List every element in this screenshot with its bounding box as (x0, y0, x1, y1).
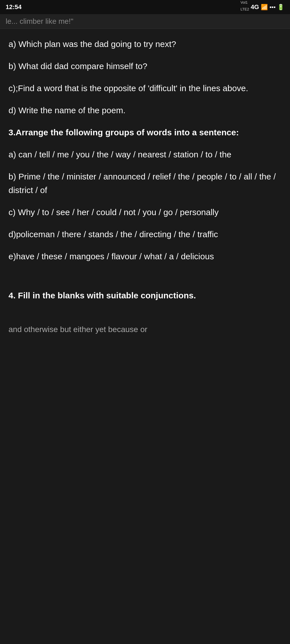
question-b: b) What did dad compare himself to? (8, 59, 282, 73)
section3-item-e: e)have / these / mangoes / flavour / wha… (8, 250, 282, 263)
question-a: a) Which plan was the dad going to try n… (8, 37, 282, 51)
network-type: 4G (251, 3, 259, 11)
section3-item-a: a) can / tell / me / you / the / way / n… (8, 148, 282, 161)
question-d: d) Write the name of the poem. (8, 104, 282, 117)
top-bar-text: le... climber like me!" (0, 14, 290, 29)
network-label: Vol1LTE2 (240, 0, 249, 14)
section3-item-d: d)policeman / there / stands / the / dir… (8, 228, 282, 241)
main-content: a) Which plan was the dad going to try n… (0, 29, 290, 322)
bottom-conjunction-list: and otherwise but either yet because or (0, 322, 290, 337)
battery-icon: 🔋 (277, 4, 284, 10)
status-icons: Vol1LTE2 4G 📶 ▪▪▪ 🔋 (240, 0, 284, 14)
status-bar: 12:54 Vol1LTE2 4G 📶 ▪▪▪ 🔋 (0, 0, 290, 14)
question-c: c);Find a word that is the opposite of '… (8, 82, 282, 95)
section-3-heading-block: 3.Arrange the following groups of words … (8, 126, 282, 139)
section3-item-c: c) Why / to / see / her / could / not / … (8, 206, 282, 219)
status-time: 12:54 (6, 3, 22, 11)
wifi-icon: ▪▪▪ (270, 4, 276, 10)
signal-icon: 📶 (261, 4, 268, 10)
section3-item-b: b) Prime / the / minister / announced / … (8, 170, 282, 197)
section-4-heading-block: 4. Fill in the blanks with suitable conj… (8, 289, 282, 302)
spacer (8, 272, 282, 289)
